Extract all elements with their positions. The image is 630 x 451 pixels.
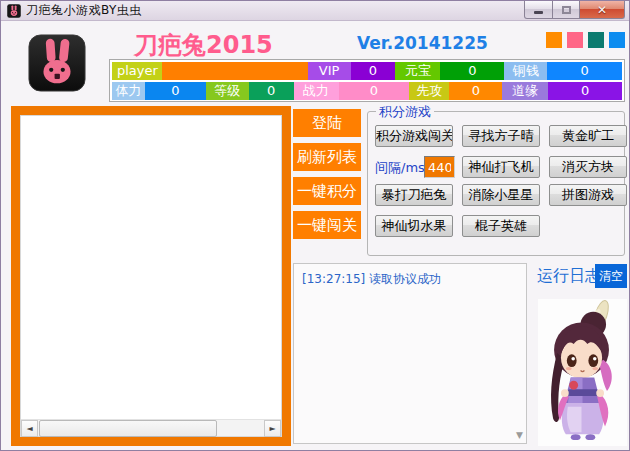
scroll-left-icon[interactable]: ◄ [21,420,38,437]
tongqian-label: 铜钱 [504,62,547,80]
xiangong-value: 0 [449,82,502,100]
game-button-star-crush[interactable]: 消除小星星 [462,184,540,206]
rabbit-logo-icon [28,34,86,92]
interval-input[interactable] [424,156,455,178]
groupbox-legend: 积分游戏 [376,103,434,121]
rabbit-titlebar-icon [7,4,21,18]
scrollbar-thumb[interactable] [39,420,217,437]
stats-row-2: 体力 0 等级 0 战力 0 先攻 0 道缘 0 [112,82,622,100]
stats-row-1: player VIP 0 元宝 0 铜钱 0 [112,62,622,80]
horizontal-scrollbar[interactable]: ◄ ► [21,419,281,436]
run-log-box[interactable]: [13:27:15] 读取协议成功 ▼ [293,263,527,444]
login-button[interactable]: 登陆 [293,109,361,137]
daoyuan-label: 道缘 [502,82,548,100]
interval-label: 间隔/ms [375,159,425,177]
game-button-fruit-slice[interactable]: 神仙切水果 [375,215,453,237]
account-list[interactable]: ◄ ► [20,115,282,437]
points-games-groupbox: 积分游戏 积分游戏闯关 寻找方子晴 黄金旷工 间隔/ms 神仙打飞机 消灭方块 … [367,111,625,256]
minimize-icon [534,11,543,14]
zhanli-value: 0 [339,82,410,100]
close-button[interactable]: ✕ [580,1,625,19]
scrollbar-track[interactable] [217,420,264,436]
color-square-orange [546,32,562,48]
game-button-find-fangziqing[interactable]: 寻找方子晴 [462,125,540,147]
auto-stage-button[interactable]: 一键闯关 [293,211,361,239]
tili-label: 体力 [112,82,145,100]
version-label: Ver.20141225 [357,33,488,53]
player-stats-panel: player VIP 0 元宝 0 铜钱 0 体力 0 等级 0 战力 0 先攻… [109,59,625,102]
refresh-list-button[interactable]: 刷新列表 [293,143,361,171]
player-name-field [162,62,308,80]
auto-points-button[interactable]: 一键积分 [293,177,361,205]
game-button-stick-hero[interactable]: 棍子英雄 [462,215,540,237]
player-label: player [112,62,162,80]
game-button-points-stage[interactable]: 积分游戏闯关 [375,125,453,147]
game-button-block-blast[interactable]: 消灭方块 [549,156,627,178]
yuanbao-label: 元宝 [395,62,440,80]
game-button-beat-rabbit[interactable]: 暴打刀疤兔 [375,184,453,206]
game-button-plane-shooter[interactable]: 神仙打飞机 [462,156,540,178]
scroll-down-icon[interactable]: ▼ [516,430,523,440]
dengji-value: 0 [249,82,294,100]
app-window: 刀疤兔小游戏BY虫虫 ✕ 刀疤兔2015 Ver.20141225 [0,0,630,451]
dengji-label: 等级 [206,82,249,100]
yuanbao-value: 0 [440,62,504,80]
daoyuan-value: 0 [548,82,622,100]
clear-log-button[interactable]: 清空 [595,264,627,288]
scroll-right-icon[interactable]: ► [264,420,281,437]
window-title: 刀疤兔小游戏BY虫虫 [26,2,142,19]
tongqian-value: 0 [547,62,622,80]
vip-label: VIP [308,62,351,80]
minimize-button[interactable] [524,1,553,19]
account-list-frame: ◄ ► [11,106,291,446]
maximize-button[interactable] [553,1,580,19]
color-squares [546,32,625,48]
maximize-icon [562,6,571,14]
run-log-title: 运行日志 [537,266,601,287]
zhanli-label: 战力 [294,82,339,100]
log-entry: [13:27:15] 读取协议成功 [302,271,441,288]
close-icon: ✕ [597,3,607,17]
character-illustration [538,299,627,446]
game-button-puzzle[interactable]: 拼图游戏 [549,184,627,206]
tili-value: 0 [145,82,206,100]
window-controls: ✕ [524,1,625,19]
chibi-girl-image [538,299,627,446]
xiangong-label: 先攻 [409,82,449,100]
color-square-pink [567,32,583,48]
game-button-gold-miner[interactable]: 黄金旷工 [549,125,627,147]
color-square-teal [588,32,604,48]
app-title: 刀疤兔2015 [134,29,273,61]
vip-value: 0 [351,62,396,80]
color-square-blue [609,32,625,48]
